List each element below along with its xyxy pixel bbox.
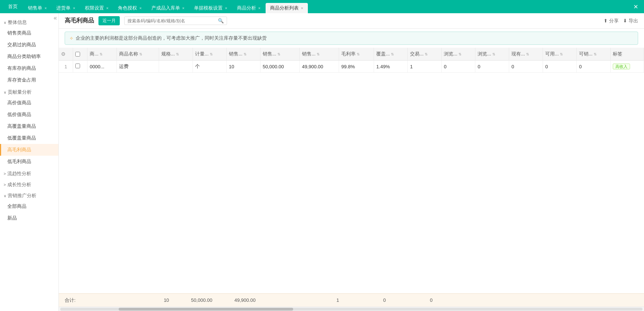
sidebar-group-title-贡献量分析[interactable]: ∨贡献量分析 <box>0 86 58 97</box>
sort-icon-15[interactable]: ⇅ <box>560 52 563 56</box>
nav-tab-close-进货单[interactable]: × <box>73 6 75 10</box>
col-header-4[interactable]: 规格...⇅ <box>159 48 193 61</box>
row-number: 1 <box>59 61 73 73</box>
nav-tab-角色授权[interactable]: 角色授权× <box>114 3 146 13</box>
nav-tab-单据模板设置[interactable]: 单据模板设置× <box>190 3 231 13</box>
sort-icon-10[interactable]: ⇅ <box>391 52 394 56</box>
nav-tab-close-销售单[interactable]: × <box>44 6 47 10</box>
sort-icon-16[interactable]: ⇅ <box>594 52 597 56</box>
nav-tab-销售单[interactable]: 销售单× <box>24 3 51 13</box>
export-icon: ⬇ <box>623 18 627 23</box>
chevron-icon: > <box>4 172 6 176</box>
col-header-8[interactable]: 销售...⇅ <box>300 48 339 61</box>
sidebar-item-高价值商品[interactable]: 高价值商品 <box>0 97 58 109</box>
footer-label: 合计: <box>65 297 76 304</box>
sort-icon-8[interactable]: ⇅ <box>317 52 320 56</box>
sidebar-item-低价值商品[interactable]: 低价值商品 <box>0 109 58 120</box>
sort-icon-2[interactable]: ⇅ <box>100 52 102 56</box>
bottom-scrollbar[interactable] <box>59 307 644 311</box>
row-checkbox-0[interactable] <box>75 64 80 68</box>
sidebar-group-title-整体信息[interactable]: ∨整体信息 <box>0 16 58 27</box>
sidebar-item-高毛利商品[interactable]: 高毛利商品 <box>0 144 58 156</box>
sort-icon-3[interactable]: ⇅ <box>139 52 142 56</box>
nav-tab-close-单据模板设置[interactable]: × <box>225 6 227 10</box>
sidebar-item-新品[interactable]: 新品 <box>0 212 58 224</box>
row-coverage: 1.49% <box>374 61 408 73</box>
sidebar-item-有库存的商品[interactable]: 有库存的商品 <box>0 62 58 74</box>
row-gross-rate: 99.8% <box>339 61 374 73</box>
sidebar-group-title-成长性分析[interactable]: >成长性分析 <box>0 178 58 189</box>
col-header-5[interactable]: 计量...⇅ <box>193 48 226 61</box>
sort-icon-12[interactable]: ⇅ <box>458 52 461 56</box>
sidebar-item-商品分类助销率[interactable]: 商品分类助销率 <box>0 51 58 62</box>
filter-recent-month-button[interactable]: 近一月 <box>98 16 120 25</box>
sort-icon-7[interactable]: ⇅ <box>277 52 280 56</box>
sidebar-item-低毛利商品[interactable]: 低毛利商品 <box>0 156 58 167</box>
row-name: 运费 <box>117 61 159 73</box>
sidebar-item-全部商品[interactable]: 全部商品 <box>0 200 58 212</box>
content-header: 高毛利商品 近一月 🔍 ⬆ 分享 ⬇ 导出 <box>59 13 644 29</box>
sort-icon-5[interactable]: ⇅ <box>210 52 213 56</box>
col-header-2[interactable]: 商...⇅ <box>87 48 117 61</box>
col-header-11[interactable]: 交易...⇅ <box>408 48 442 61</box>
col-header-13[interactable]: 浏览...⇅ <box>475 48 509 61</box>
sidebar: « ∨整体信息销售类商品交易过的商品商品分类助销率有库存的商品库存资金占用∨贡献… <box>0 13 59 311</box>
nav-tab-产成品入库单[interactable]: 产成品入库单× <box>147 3 189 13</box>
sidebar-item-高覆盖量商品[interactable]: 高覆盖量商品 <box>0 120 58 132</box>
table-row: 10000...运费个1050,000.0049,900.0099.8%1.49… <box>59 61 644 73</box>
sort-icon-13[interactable]: ⇅ <box>492 52 495 56</box>
col-header-10[interactable]: 覆盖...⇅ <box>374 48 408 61</box>
nav-tab-close-权限设置[interactable]: × <box>106 6 108 10</box>
search-icon[interactable]: 🔍 <box>218 18 224 23</box>
sidebar-collapse-button[interactable]: « <box>54 15 57 21</box>
col-header-16[interactable]: 可销...⇅ <box>577 48 611 61</box>
col-header-9[interactable]: 毛利率⇅ <box>339 48 374 61</box>
sidebar-item-库存资金占用[interactable]: 库存资金占用 <box>0 74 58 86</box>
search-input[interactable] <box>127 18 216 23</box>
sidebar-item-销售类商品[interactable]: 销售类商品 <box>0 27 58 39</box>
sort-icon-11[interactable]: ⇅ <box>425 52 428 56</box>
table-container: ⚙商...⇅商品名称⇅规格...⇅计量...⇅销售...⇅销售...⇅销售...… <box>59 48 644 293</box>
row-sales1: 10 <box>226 61 260 73</box>
header-actions: ⬆ 分享 ⬇ 导出 <box>604 18 638 24</box>
nav-tab-close-商品分析列表[interactable]: × <box>301 6 303 10</box>
footer-browse1: 0 <box>383 297 386 303</box>
nav-tab-close-产成品入库单[interactable]: × <box>182 6 184 10</box>
sidebar-item-低覆盖量商品[interactable]: 低覆盖量商品 <box>0 132 58 144</box>
sort-icon-9[interactable]: ⇅ <box>357 52 360 56</box>
col-header-7[interactable]: 销售...⇅ <box>260 48 299 61</box>
row-code: 0000... <box>87 61 117 73</box>
sidebar-item-交易过的商品[interactable]: 交易过的商品 <box>0 39 58 51</box>
sidebar-group-成长性分析: >成长性分析 <box>0 178 58 189</box>
nav-tab-close-商品分析[interactable]: × <box>258 6 260 10</box>
share-button[interactable]: ⬆ 分享 <box>604 18 619 24</box>
nav-home[interactable]: 首页 <box>3 1 23 12</box>
col-header-12[interactable]: 浏览...⇅ <box>442 48 475 61</box>
scrollbar-thumb[interactable] <box>119 308 294 311</box>
gear-icon[interactable]: ⚙ <box>61 51 66 57</box>
nav-tab-商品分析列表[interactable]: 商品分析列表× <box>266 3 307 13</box>
nav-tab-进货单[interactable]: 进货单× <box>52 3 79 13</box>
content-area: 高毛利商品 近一月 🔍 ⬆ 分享 ⬇ 导出 ✧ 企业的主要的利润都是这部分商品创… <box>59 13 644 311</box>
browse1-link[interactable]: 0 <box>444 64 446 69</box>
export-button[interactable]: ⬇ 导出 <box>623 18 638 24</box>
select-all-checkbox[interactable] <box>75 52 80 57</box>
nav-tab-close-角色授权[interactable]: × <box>139 6 141 10</box>
col-header-15[interactable]: 可用...⇅ <box>543 48 577 61</box>
window-close-button[interactable]: ✕ <box>630 3 641 10</box>
sort-icon-6[interactable]: ⇅ <box>244 52 247 56</box>
data-table: ⚙商...⇅商品名称⇅规格...⇅计量...⇅销售...⇅销售...⇅销售...… <box>59 48 644 73</box>
col-header-3[interactable]: 商品名称⇅ <box>117 48 159 61</box>
sidebar-group-title-营销推广分析[interactable]: ∨营销推广分析 <box>0 189 58 200</box>
nav-tab-权限设置[interactable]: 权限设置× <box>80 3 113 13</box>
sidebar-group-title-流趋性分析[interactable]: >流趋性分析 <box>0 167 58 178</box>
nav-tab-商品分析[interactable]: 商品分析× <box>233 3 265 13</box>
sort-icon-14[interactable]: ⇅ <box>526 52 529 56</box>
row-sales3: 49,900.00 <box>300 61 339 73</box>
top-nav: 首页 销售单×进货单×权限设置×角色授权×产成品入库单×单据模板设置×商品分析×… <box>0 0 644 13</box>
col-header-6[interactable]: 销售...⇅ <box>226 48 260 61</box>
sidebar-group-营销推广分析: ∨营销推广分析全部商品新品 <box>0 189 58 224</box>
col-header-14[interactable]: 现有...⇅ <box>509 48 543 61</box>
sort-icon-4[interactable]: ⇅ <box>176 52 179 56</box>
tip-icon: ✧ <box>69 36 73 41</box>
